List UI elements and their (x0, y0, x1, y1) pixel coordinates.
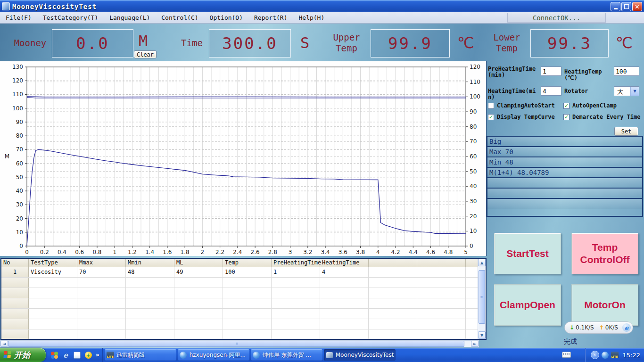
download-speed-widget[interactable]: ↓ 0.1K/S ↑ 0K/S e (564, 321, 633, 334)
security-icon[interactable]: + (83, 350, 93, 360)
scroll-up-icon[interactable]: ▲ (478, 259, 486, 266)
menu-item-testcategory[interactable]: TestCategory(T) (37, 13, 104, 23)
vertical-scroll-thumb[interactable]: ≡ (479, 270, 485, 324)
upper-temp-display: 99.9 (371, 29, 450, 58)
thunder-tray-icon[interactable]: LITE (611, 352, 619, 358)
svg-text:30: 30 (16, 201, 23, 208)
scroll-down-icon[interactable]: ▼ (478, 331, 486, 339)
preheatingtime-input[interactable] (541, 66, 561, 76)
messenger-icon[interactable] (50, 350, 59, 360)
table-cell: 4 (320, 267, 369, 277)
results-list: BigMax 70Min 48M(1+4) 48.04789 (487, 136, 643, 217)
table-header-cell[interactable]: PreHeatingTime (272, 259, 320, 267)
svg-text:10: 10 (16, 229, 23, 236)
table-header-cell[interactable]: Mmax (77, 259, 126, 267)
clampopen-button[interactable]: ClampOpen (494, 284, 561, 326)
checkbox-checked-icon[interactable]: ✓ (563, 103, 570, 109)
ie-icon[interactable]: e (61, 350, 70, 360)
table-cell (174, 329, 223, 339)
table-cell (77, 309, 126, 319)
table-header-cell[interactable] (369, 259, 417, 267)
svg-text:90: 90 (16, 119, 23, 125)
window-icon[interactable] (72, 350, 82, 360)
table-cell (320, 288, 369, 298)
menu-item-help[interactable]: Help(H) (293, 13, 330, 23)
menu-item-option[interactable]: Option(O) (204, 13, 248, 23)
svg-text:1.2: 1.2 (128, 249, 137, 255)
checkbox-item-display-tempcurve[interactable]: ✓Display TempCurve (488, 114, 563, 120)
checkbox-unchecked-icon[interactable] (488, 103, 494, 109)
mooney-app-icon (326, 351, 333, 359)
quick-launch-overflow-icon[interactable]: » (96, 352, 99, 358)
scroll-left-icon[interactable]: ◄ (0, 341, 8, 347)
taskbar-button-window[interactable]: hzxuyongsen-阿里... (178, 349, 249, 361)
menu-item-file[interactable]: File(F) (0, 13, 37, 23)
input-method-keyboard-icon[interactable] (562, 352, 571, 358)
table-cell: Viscosity (29, 267, 77, 277)
horizontal-scrollbar[interactable]: ◄ ≡ ► (0, 340, 479, 347)
table-header-cell[interactable]: ML (174, 259, 223, 267)
starttest-button[interactable]: StartTest (494, 233, 561, 274)
ie-icon[interactable]: e (622, 323, 631, 332)
svg-text:2.4: 2.4 (233, 249, 242, 255)
menu-item-report[interactable]: Report(R) (248, 13, 293, 23)
svg-text:3.4: 3.4 (321, 249, 330, 255)
table-row-empty (1, 288, 478, 298)
scroll-right-icon[interactable]: ► (471, 341, 479, 347)
taskbar-clock: 15:22 (623, 352, 640, 359)
start-button[interactable]: 开始 (0, 348, 46, 362)
horizontal-scroll-thumb[interactable]: ≡ (8, 341, 464, 347)
table-cell (174, 288, 223, 298)
table-cell (29, 298, 77, 308)
checkbox-item-demarcate-every-time[interactable]: ✓Demarcate Every Time (563, 114, 642, 120)
svg-text:4.8: 4.8 (444, 249, 453, 255)
svg-text:2: 2 (201, 249, 205, 255)
table-cell (223, 319, 272, 329)
readout-panel: Mooney 0.0 M Clear Time 300.0 S Upper Te… (0, 24, 644, 61)
checkbox-item-clampingautostart[interactable]: ClampingAutoStart (488, 102, 563, 109)
table-header-cell[interactable]: Temp (223, 259, 272, 267)
table-header-cell[interactable]: Mmin (126, 259, 174, 267)
taskbar-button-active[interactable]: MooneyViscosityTest (324, 349, 396, 361)
table-cell (126, 319, 174, 329)
clear-button[interactable]: Clear (134, 50, 157, 58)
menu-item-control[interactable]: Control(C) (156, 13, 204, 23)
table-grid: NoTestTypeMmaxMminMLTempPreHeatingTimeHe… (1, 259, 478, 339)
table-header-cell[interactable]: TestType (29, 259, 77, 267)
checkbox-item-autoopenclamp[interactable]: ✓AutoOpenClamp (563, 102, 642, 109)
restore-button[interactable] (621, 2, 631, 11)
minimize-button[interactable] (611, 2, 620, 11)
taskbar-button-window[interactable]: LITE迅雷精简版 (105, 349, 176, 361)
table-header-cell[interactable] (417, 259, 466, 267)
heatingtime-input[interactable] (541, 86, 561, 96)
checkbox-checked-icon[interactable]: ✓ (563, 114, 570, 120)
table-row-1[interactable]: 1Viscosity70484910014 (1, 267, 478, 278)
temp-controloff-button[interactable]: Temp ControlOff (571, 233, 638, 274)
close-button[interactable]: ✕ (632, 2, 642, 11)
trademanager-tray-icon[interactable] (602, 352, 609, 359)
svg-text:20: 20 (16, 215, 23, 222)
table-cell (369, 288, 417, 298)
taskbar-button-window[interactable]: 钟伟岸 东莞外贸 ... (251, 349, 322, 361)
table-header-cell[interactable]: No (1, 259, 29, 267)
result-row-5 (487, 189, 642, 199)
menu-item-language[interactable]: Language(L) (104, 13, 156, 23)
table-cell (223, 288, 272, 298)
table-header-cell[interactable]: HeatingTime (320, 259, 369, 267)
tray-collapse-icon[interactable]: ‹ (591, 351, 599, 359)
table-cell (320, 329, 369, 339)
svg-text:2.6: 2.6 (251, 249, 260, 255)
motoron-button[interactable]: MotorOn (571, 284, 638, 326)
svg-text:120: 120 (470, 64, 480, 70)
svg-text:110: 110 (470, 79, 480, 85)
table-cell (1, 319, 29, 329)
checkbox-checked-icon[interactable]: ✓ (488, 114, 494, 120)
set-button[interactable]: Set (614, 127, 638, 136)
table-cell (272, 319, 320, 329)
table-cell (272, 298, 320, 308)
heatingtemp-input[interactable] (614, 66, 639, 76)
table-vertical-scrollbar[interactable]: ▲ ≡ ▼ (478, 259, 486, 339)
rotator-dropdown[interactable]: 大 ▼ (614, 86, 639, 96)
chevron-down-icon[interactable]: ▼ (630, 87, 639, 96)
svg-text:3: 3 (289, 249, 292, 255)
